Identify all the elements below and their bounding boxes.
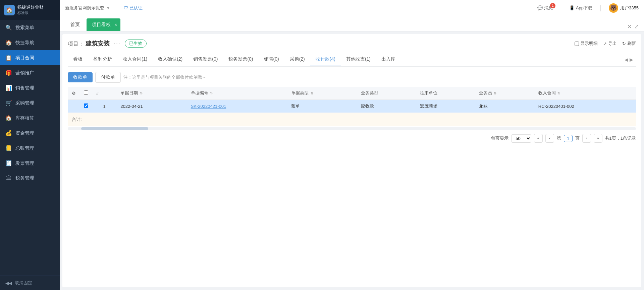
topbar-cert: 🛡 已认证 bbox=[124, 5, 143, 11]
subtab-prev-icon[interactable]: ◀ bbox=[625, 57, 628, 62]
th-date[interactable]: 单据日期 ⇅ bbox=[116, 87, 186, 100]
first-page-button[interactable]: « bbox=[534, 134, 543, 143]
app-label: App下载 bbox=[576, 5, 592, 11]
project-more-icon[interactable]: ··· bbox=[114, 40, 121, 47]
cert-label: 已认证 bbox=[129, 5, 143, 11]
main-area: 新服务官网演示账套 ▼ 🛡 已认证 💬 消息 1 📱 App下载 🐻 用户335… bbox=[60, 0, 644, 290]
subtab-sales[interactable]: 销售(0) bbox=[259, 53, 284, 66]
subtab-kanban[interactable]: 看板 bbox=[68, 53, 88, 66]
receipt-tab-group: 收款单 付款单 注：这里是与项目关联的全部收付款单哦～ bbox=[68, 72, 636, 83]
subtab-next-icon[interactable]: ▶ bbox=[630, 57, 633, 62]
th-salesperson[interactable]: 业务员 ⇅ bbox=[475, 87, 534, 100]
export-button[interactable]: ↗ 导出 bbox=[603, 41, 617, 47]
topbar-app-download[interactable]: 📱 App下载 bbox=[569, 5, 592, 11]
tab-maximize-button[interactable]: ⤢ bbox=[634, 23, 639, 30]
sidebar-icon-tax: 🏛 bbox=[5, 175, 12, 181]
refresh-button[interactable]: ↻ 刷新 bbox=[622, 41, 636, 47]
sidebar-item-tax[interactable]: 🏛 税务管理 bbox=[0, 171, 60, 186]
subtab-receipt[interactable]: 收付款(4) bbox=[310, 53, 341, 66]
subtab-other-expense[interactable]: 其他收支(1) bbox=[341, 53, 376, 66]
th-type[interactable]: 单据类型 ⇅ bbox=[287, 87, 357, 100]
sidebar-item-purchase[interactable]: 🛒 采购管理 bbox=[0, 95, 60, 111]
sidebar-item-inventory[interactable]: 🏠 库存核算 bbox=[0, 111, 60, 126]
td-biztype-0: 应收款 bbox=[357, 100, 416, 113]
sidebar-icon-ledger: 📒 bbox=[5, 145, 12, 151]
prev-page-button[interactable]: ‹ bbox=[545, 134, 554, 143]
table-scrollbar-thumb[interactable] bbox=[81, 127, 148, 130]
subtab-nav-arrows: ◀ ▶ bbox=[622, 54, 636, 65]
td-type-0: 蓝单 bbox=[287, 100, 357, 113]
sidebar-label-purchase: 采购管理 bbox=[15, 100, 34, 106]
sidebar-item-projectcontract[interactable]: 📋 项目合同 bbox=[0, 50, 60, 65]
user-avatar: 🐻 bbox=[609, 3, 618, 13]
sidebar-label-projectcontract: 项目合同 bbox=[15, 55, 34, 61]
sidebar-item-sales[interactable]: 📊 销售管理 bbox=[0, 80, 60, 95]
subtab-income-confirm[interactable]: 收入确认(2) bbox=[153, 53, 188, 66]
table-total: 合计: bbox=[68, 113, 636, 126]
subtab-sales-invoice[interactable]: 销售发票(0) bbox=[188, 53, 223, 66]
user-label: 用户3355 bbox=[620, 5, 639, 11]
content: 项目： 建筑安装 ··· 已生效 显示明细 ↗ 导出 ↻ 刷新 bbox=[62, 34, 641, 287]
refresh-label: 刷新 bbox=[627, 41, 636, 47]
topbar-account[interactable]: 新服务官网演示账套 ▼ bbox=[65, 5, 110, 11]
project-prefix: 项目： bbox=[68, 41, 84, 47]
project-header-right: 显示明细 ↗ 导出 ↻ 刷新 bbox=[575, 41, 636, 47]
sidebar-item-marketing[interactable]: 🎁 营销推广 bbox=[0, 65, 60, 80]
sidebar-item-ledger[interactable]: 📒 总账管理 bbox=[0, 141, 60, 156]
subtab-purchase[interactable]: 采购(2) bbox=[284, 53, 310, 66]
subtab-profit[interactable]: 盈利分析 bbox=[88, 53, 117, 66]
subtab-income-contract[interactable]: 收入合同(1) bbox=[117, 53, 153, 66]
refresh-icon: ↻ bbox=[622, 41, 626, 46]
td-num-0: 1 bbox=[92, 100, 116, 113]
per-page-select[interactable]: 50 100 200 bbox=[511, 134, 531, 143]
payment-bill-tab[interactable]: 付款单 bbox=[95, 72, 121, 83]
topbar-divider3 bbox=[600, 5, 601, 11]
sidebar-icon-sales: 📊 bbox=[5, 85, 12, 91]
receipt-bill-tab[interactable]: 收款单 bbox=[68, 72, 93, 82]
tab-project-board[interactable]: 项目看板 × bbox=[87, 18, 120, 31]
sidebar-icon-purchase: 🛒 bbox=[5, 100, 12, 106]
account-dropdown-icon: ▼ bbox=[106, 6, 110, 10]
sidebar-label-ledger: 总账管理 bbox=[15, 145, 34, 151]
project-header: 项目： 建筑安装 ··· 已生效 显示明细 ↗ 导出 ↻ 刷新 bbox=[68, 40, 636, 48]
th-settings[interactable]: ⚙ bbox=[68, 87, 80, 100]
sidebar-item-finance[interactable]: 💰 资金管理 bbox=[0, 126, 60, 141]
sidebar-icon-projectcontract: 📋 bbox=[5, 55, 12, 61]
td-partner-0: 宏茂商场 bbox=[416, 100, 475, 113]
topbar-message[interactable]: 💬 消息 1 bbox=[537, 5, 553, 11]
sidebar-cancel-fixed[interactable]: ◀◀ 取消固定 bbox=[0, 276, 60, 290]
tab-close-button[interactable]: ✕ bbox=[627, 23, 632, 30]
last-page-button[interactable]: » bbox=[594, 134, 602, 143]
project-title: 项目： 建筑安装 bbox=[68, 40, 110, 48]
message-icon: 💬 bbox=[537, 5, 543, 10]
th-income-contract[interactable]: 收入合同 ⇅ bbox=[534, 87, 636, 100]
show-detail-input[interactable] bbox=[575, 42, 579, 46]
th-code[interactable]: 单据编号 ⇅ bbox=[187, 87, 287, 100]
subtab-tax-invoice[interactable]: 税务发票(0) bbox=[223, 53, 258, 66]
project-name: 建筑安装 bbox=[86, 40, 110, 47]
tab-home[interactable]: 首页 bbox=[65, 18, 85, 31]
table-row[interactable]: 1 2022-04-21 SK-20220421-001 蓝单 应收款 宏茂商场… bbox=[68, 100, 636, 113]
tab-home-label: 首页 bbox=[70, 22, 80, 27]
sidebar-item-invoice[interactable]: 🧾 发票管理 bbox=[0, 156, 60, 171]
td-date-0: 2022-04-21 bbox=[116, 100, 186, 113]
tab-close-icon[interactable]: × bbox=[115, 22, 117, 27]
td-code-0[interactable]: SK-20220421-001 bbox=[187, 100, 287, 113]
show-detail-checkbox[interactable]: 显示明细 bbox=[575, 41, 598, 47]
topbar-user[interactable]: 🐻 用户3355 bbox=[609, 3, 639, 13]
sidebar-item-search[interactable]: 🔍 搜索菜单 bbox=[0, 20, 60, 35]
td-income-contract-0: RC-20220401-002 bbox=[534, 100, 636, 113]
table-scrollbar[interactable] bbox=[68, 127, 636, 130]
td-salesperson-0: 龙妹 bbox=[475, 100, 534, 113]
row-checkbox-0[interactable] bbox=[84, 103, 88, 108]
td-checkbox-0[interactable] bbox=[80, 100, 92, 113]
sidebar-item-quicknav[interactable]: 🏠 快捷导航 bbox=[0, 35, 60, 50]
app-title: 畅捷通好业财 bbox=[17, 5, 44, 10]
sidebar-label-quicknav: 快捷导航 bbox=[15, 40, 34, 46]
sidebar: 🏠 畅捷通好业财 标准版 🔍 搜索菜单 🏠 快捷导航 📋 项目合同 🎁 营销推广… bbox=[0, 0, 60, 290]
select-all-checkbox[interactable] bbox=[84, 90, 88, 95]
subtab-inout[interactable]: 出入库 bbox=[376, 53, 401, 66]
table-body: 1 2022-04-21 SK-20220421-001 蓝单 应收款 宏茂商场… bbox=[68, 100, 636, 113]
next-page-button[interactable]: › bbox=[582, 134, 591, 143]
receipt-table: ⚙ # 单据日期 ⇅ 单据编号 ⇅ 单据类型 ⇅ 业务类型 往来单位 业务员 ⇅… bbox=[68, 87, 636, 113]
